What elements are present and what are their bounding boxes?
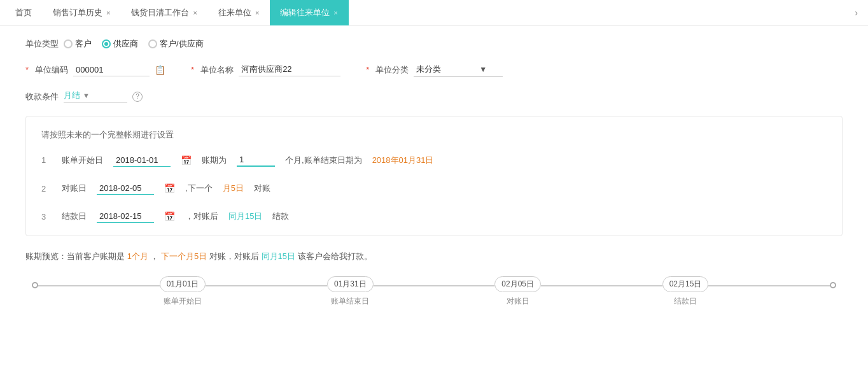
reconcile-label: 对账日 (62, 183, 87, 194)
unit-type-label: 单位类型 (25, 38, 59, 50)
tab-partner[interactable]: 往来单位 × (208, 0, 270, 25)
tl-point-end (830, 276, 836, 288)
category-label: 单位分类 (375, 64, 409, 76)
settings-row-2: 2 对账日 📅 ,下一个 月5日 对账 (41, 182, 827, 195)
unit-type-row: 单位类型 客户 供应商 客户/供应商 (25, 38, 843, 50)
tl-line-4 (708, 285, 830, 286)
reconcile-desc-prefix: ,下一个 (185, 183, 213, 194)
radio-group: 客户 供应商 客户/供应商 (64, 38, 204, 50)
preview-prefix: 账期预览：当前客户账期是 (25, 251, 125, 261)
name-label: 单位名称 (200, 64, 234, 76)
radio-customer[interactable]: 客户 (64, 38, 92, 50)
tab-sales-history-label: 销售订单历史 (53, 7, 102, 18)
period-end-date: 2018年01月31日 (372, 155, 434, 166)
settings-title: 请按照未来的一个完整帐期进行设置 (41, 129, 827, 141)
tab-partner-close[interactable]: × (255, 9, 259, 17)
tab-cashier[interactable]: 钱货日清工作台 × (121, 0, 207, 25)
tl-dot-end (830, 282, 836, 288)
tab-edit-partner[interactable]: 编辑往来单位 × (270, 0, 348, 25)
tl-badge-1: 01月31日 (327, 276, 374, 292)
tab-edit-partner-label: 编辑往来单位 (280, 7, 330, 18)
radio-supplier-label: 供应商 (113, 38, 138, 50)
preview-period: 1个月 (127, 251, 148, 261)
tl-point-0 (32, 276, 38, 288)
category-arrow-icon: ▼ (479, 65, 487, 74)
timeline: 01月01日 账单开始日 01月31日 账单结束日 02月05日 对账日 02月… (25, 276, 843, 307)
payment-day-highlight: 同月15日 (228, 211, 262, 222)
payment-day-desc-suffix: 结款 (272, 211, 289, 222)
radio-supplier[interactable]: 供应商 (102, 38, 138, 50)
code-input[interactable] (73, 64, 150, 76)
code-name-category-row: * 单位编码 📋 * 单位名称 * 单位分类 未分类 ▼ (25, 62, 843, 77)
tab-cashier-close[interactable]: × (193, 9, 197, 17)
tl-node-0: 01月01日 账单开始日 (160, 276, 206, 307)
tl-line-3 (541, 285, 662, 286)
main-content: 单位类型 客户 供应商 客户/供应商 * 单位编码 (0, 25, 868, 387)
settings-row-3: 3 结款日 📅 ，对账后 同月15日 结款 (41, 210, 827, 223)
tl-dot-0 (32, 282, 38, 288)
preview-reconcile: 下一个月5日 (161, 251, 207, 261)
payment-select[interactable]: 月结 ▼ (64, 90, 127, 103)
payment-day-cal-icon[interactable]: 📅 (164, 211, 175, 222)
tl-date-1: 01月31日 (334, 279, 367, 288)
bill-start-date[interactable] (113, 154, 171, 167)
tl-sublabel-2: 对账日 (507, 296, 529, 307)
category-select[interactable]: 未分类 ▼ (414, 62, 503, 77)
settings-num-1: 1 (41, 155, 52, 165)
category-star: * (366, 65, 369, 74)
radio-customer-label: 客户 (75, 38, 92, 50)
tl-date-3: 02月15日 (669, 279, 702, 288)
tl-node-2: 02月05日 对账日 (494, 276, 541, 307)
payment-arrow-icon: ▼ (83, 92, 90, 99)
reconcile-highlight: 月5日 (223, 183, 244, 194)
period-input[interactable] (237, 153, 275, 167)
radio-both-circle (148, 39, 157, 48)
period-unit: 个月,账单结束日期为 (285, 155, 362, 166)
tl-badge-2: 02月05日 (494, 276, 541, 292)
tl-sublabel-1: 账单结束日 (331, 296, 369, 307)
payment-label: 收款条件 (25, 91, 59, 102)
tabs-bar: 首页 销售订单历史 × 钱货日清工作台 × 往来单位 × 编辑往来单位 × › (0, 0, 868, 25)
code-label: 单位编码 (35, 64, 68, 76)
name-star: * (191, 65, 194, 74)
tl-node-1: 01月31日 账单结束日 (327, 276, 374, 307)
settings-num-3: 3 (41, 212, 52, 222)
payment-help-icon[interactable]: ? (132, 92, 143, 102)
radio-customer-circle (64, 39, 73, 48)
radio-both-label: 客户/供应商 (160, 38, 204, 50)
reconcile-desc-suffix: 对账 (254, 183, 270, 194)
tab-edit-partner-close[interactable]: × (333, 9, 337, 17)
tab-sales-history-close[interactable]: × (106, 9, 110, 17)
payment-field: 收款条件 月结 ▼ ? (25, 90, 143, 103)
unit-type-field: 单位类型 客户 供应商 客户/供应商 (25, 38, 204, 50)
tab-home[interactable]: 首页 (5, 0, 43, 25)
radio-supplier-circle (102, 39, 111, 48)
name-input[interactable] (239, 64, 340, 76)
code-star: * (25, 65, 29, 74)
tl-badge-0: 01月01日 (160, 276, 206, 292)
tab-sales-history[interactable]: 销售订单历史 × (43, 0, 121, 25)
name-field: * 单位名称 (191, 64, 340, 76)
period-label: 账期为 (202, 155, 227, 166)
preview-suffix: 该客户会给我打款。 (298, 251, 372, 261)
preview-sep1: ， (150, 251, 158, 261)
tl-date-0: 01月01日 (167, 279, 199, 288)
payment-row: 收款条件 月结 ▼ ? (25, 90, 843, 103)
bill-start-cal-icon[interactable]: 📅 (181, 155, 192, 165)
preview-payment: 同月15日 (262, 251, 295, 261)
tl-date-2: 02月05日 (501, 279, 534, 288)
payment-day-date[interactable] (97, 210, 154, 223)
tab-partner-label: 往来单位 (218, 7, 251, 18)
preview-section: 账期预览：当前客户账期是 1个月 ， 下一个月5日 对账，对账后 同月15日 该… (25, 249, 843, 264)
tabs-arrow[interactable]: › (850, 8, 863, 18)
reconcile-date[interactable] (97, 182, 154, 195)
settings-box: 请按照未来的一个完整帐期进行设置 1 账单开始日 📅 账期为 个月,账单结束日期… (25, 116, 843, 236)
code-copy-icon[interactable]: 📋 (155, 65, 165, 75)
reconcile-cal-icon[interactable]: 📅 (164, 183, 175, 194)
tl-line-1 (206, 285, 327, 286)
preview-sep2: 对账，对账后 (209, 251, 259, 261)
tl-sublabel-3: 结款日 (674, 296, 697, 307)
category-field: * 单位分类 未分类 ▼ (366, 62, 503, 77)
tab-cashier-label: 钱货日清工作台 (131, 7, 189, 18)
radio-both[interactable]: 客户/供应商 (148, 38, 204, 50)
